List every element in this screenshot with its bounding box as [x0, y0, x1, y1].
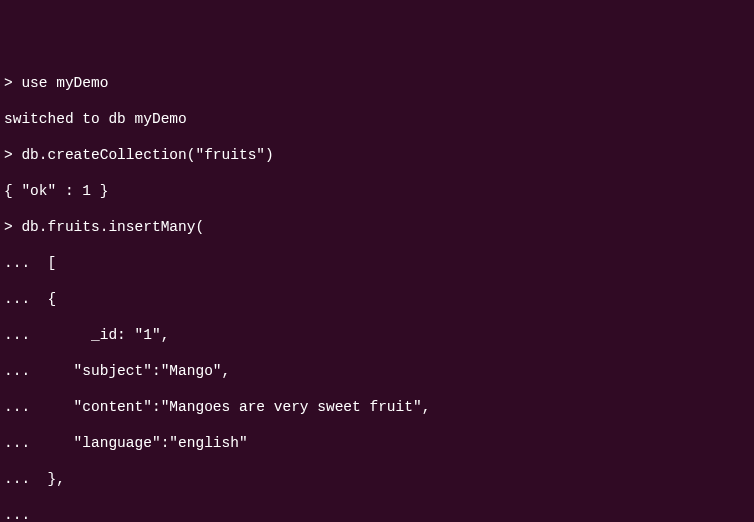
terminal-line: { "ok" : 1 } — [4, 182, 750, 200]
terminal-line: ... [ — [4, 254, 750, 272]
terminal-line: ... "language":"english" — [4, 434, 750, 452]
terminal-line: ... — [4, 506, 750, 522]
terminal-line: ... }, — [4, 470, 750, 488]
terminal-line: > use myDemo — [4, 74, 750, 92]
terminal-line: > db.fruits.insertMany( — [4, 218, 750, 236]
terminal-line: ... "subject":"Mango", — [4, 362, 750, 380]
terminal-line: ... "content":"Mangoes are very sweet fr… — [4, 398, 750, 416]
terminal-line: ... { — [4, 290, 750, 308]
terminal-line: > db.createCollection("fruits") — [4, 146, 750, 164]
terminal-line: ... _id: "1", — [4, 326, 750, 344]
terminal-line: switched to db myDemo — [4, 110, 750, 128]
